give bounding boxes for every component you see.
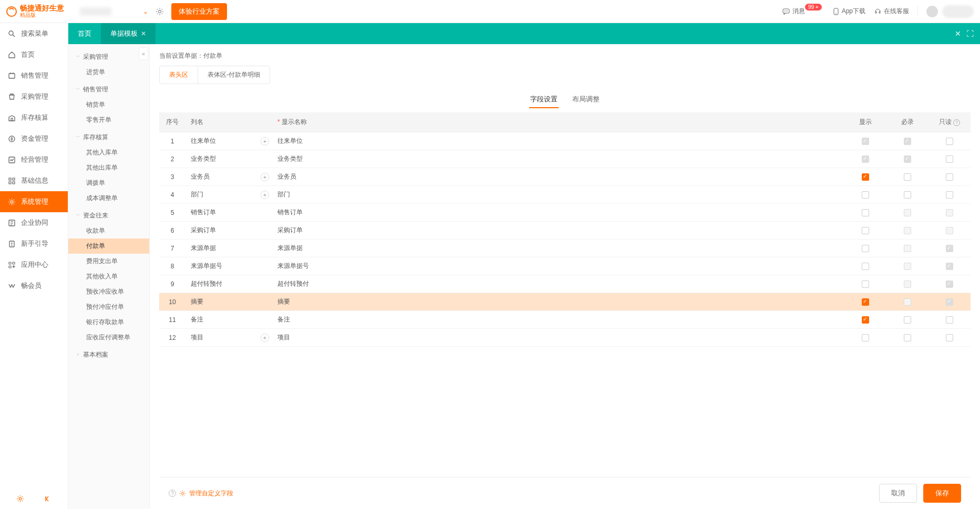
cell-display[interactable]: 摘要 [272,293,844,311]
plus-icon[interactable]: + [261,137,269,146]
plus-icon[interactable]: + [261,191,269,199]
collapse-nav-icon[interactable] [44,495,51,503]
inner-tab[interactable]: 字段设置 [529,91,559,108]
cell-display[interactable]: 备注 [272,311,844,329]
question-icon[interactable]: ? [169,490,176,497]
nav-item-sales[interactable]: 销售管理 [0,65,68,86]
cell-display[interactable]: 业务类型 [272,150,844,168]
checkbox[interactable] [862,227,869,234]
checkbox[interactable] [904,191,911,199]
tree-item[interactable]: 收款单 [68,223,149,238]
close-tab-icon[interactable]: ✕ [955,29,961,38]
cell-display[interactable]: 来源单据号 [272,257,844,275]
tree-item[interactable]: 付款单 [68,238,149,254]
experience-button[interactable]: 体验行业方案 [171,3,227,20]
messages-link[interactable]: 消息 99 + [782,7,824,16]
tree-item[interactable]: 其他入库单 [68,145,149,160]
table-row[interactable]: 8 来源单据号 来源单据号 [159,257,971,275]
nav-item-operation[interactable]: 经营管理 [0,149,68,170]
tree-item[interactable]: 进货单 [68,65,149,80]
tree-item[interactable]: 应收应付调整单 [68,330,149,345]
checkbox[interactable] [946,138,953,145]
table-row[interactable]: 6 采购订单 采购订单 [159,222,971,240]
checkbox[interactable] [862,298,869,306]
nav-item-vip[interactable]: 畅会员 [0,275,68,296]
tree-group-title[interactable]: 采购管理 [68,49,149,65]
cell-display[interactable]: 采购订单 [272,222,844,240]
nav-item-enterprise[interactable]: 企业协同 [0,212,68,233]
tree-item[interactable]: 成本调整单 [68,191,149,206]
checkbox[interactable] [904,334,911,341]
tree-item[interactable]: 预收冲应收单 [68,284,149,299]
tree-item[interactable]: 费用支出单 [68,254,149,269]
cell-display[interactable]: 部门 [272,186,844,204]
plus-icon[interactable]: + [261,173,269,181]
tree-item[interactable]: 其他出库单 [68,160,149,175]
gear-icon[interactable] [156,7,164,16]
checkbox[interactable] [904,173,911,181]
cell-display[interactable]: 业务员 [272,168,844,186]
checkbox[interactable] [946,334,953,341]
nav-item-basic[interactable]: 基础信息 [0,170,68,191]
cell-display[interactable]: 来源单据 [272,240,844,257]
tree-item[interactable]: 其他收入单 [68,269,149,284]
table-row[interactable]: 7 来源单据 来源单据 [159,240,971,257]
table-row[interactable]: 4 部门+ 部门 [159,186,971,204]
nav-item-home[interactable]: 首页 [0,44,68,65]
plus-icon[interactable]: + [261,334,269,342]
tree-group-title[interactable]: 资金往来 [68,208,149,223]
table-row[interactable]: 12 项目+ 项目 [159,329,971,347]
tree-item[interactable]: 调拨单 [68,175,149,191]
tree-group-title[interactable]: 库存核算 [68,130,149,145]
app-download-link[interactable]: App下载 [832,7,865,16]
help-icon[interactable]: ? [953,119,960,126]
tree-item[interactable]: 预付冲应付单 [68,299,149,315]
checkbox[interactable] [862,281,869,288]
checkbox[interactable] [946,173,953,181]
sub-tab[interactable]: 表体区-付款单明细 [198,66,270,84]
tree-item[interactable]: 银行存取款单 [68,315,149,330]
checkbox[interactable] [862,191,869,199]
tree-group-title[interactable]: 基本档案 [68,347,149,362]
table-row[interactable]: 11 备注 备注 [159,311,971,329]
table-row[interactable]: 5 销售订单 销售订单 [159,204,971,222]
cell-display[interactable]: 销售订单 [272,204,844,222]
checkbox[interactable] [862,334,869,341]
settings-icon[interactable] [16,495,24,503]
close-icon[interactable]: ✕ [141,30,146,37]
save-button[interactable]: 保存 [923,484,961,503]
company-selector[interactable]: ⌄ [80,7,148,16]
manage-custom-fields-link[interactable]: 管理自定义字段 [189,489,233,498]
checkbox[interactable] [862,245,869,252]
checkbox[interactable] [946,155,953,163]
table-row[interactable]: 10 摘要 摘要 [159,293,971,311]
cancel-button[interactable]: 取消 [879,484,917,503]
checkbox[interactable] [862,316,869,324]
table-row[interactable]: 1 往来单位+ 往来单位 [159,132,971,150]
table-row[interactable]: 2 业务类型 业务类型 [159,150,971,168]
cell-display[interactable]: 项目 [272,329,844,347]
cell-display[interactable]: 超付转预付 [272,275,844,293]
online-service-link[interactable]: 在线客服 [874,7,909,16]
checkbox[interactable] [862,209,869,216]
tab[interactable]: 首页 [68,23,101,44]
nav-item-inventory[interactable]: 库存核算 [0,107,68,128]
sub-tab[interactable]: 表头区 [160,66,198,84]
cell-display[interactable]: 往来单位 [272,132,844,150]
nav-item-appcenter[interactable]: 应用中心 [0,254,68,275]
nav-item-guide[interactable]: 新手引导 [0,233,68,254]
checkbox[interactable] [862,173,869,181]
tree-item[interactable]: 销货单 [68,97,149,112]
table-row[interactable]: 9 超付转预付 超付转预付 [159,275,971,293]
tree-item[interactable]: 零售开单 [68,112,149,128]
checkbox[interactable] [904,316,911,324]
nav-item-search[interactable]: 搜索菜单 [0,23,68,44]
checkbox[interactable] [862,263,869,270]
table-row[interactable]: 3 业务员+ 业务员 [159,168,971,186]
collapse-tree-icon[interactable]: « [139,47,148,60]
checkbox[interactable] [946,316,953,324]
fullscreen-icon[interactable]: ⛶ [966,29,974,38]
inner-tab[interactable]: 布局调整 [571,91,601,108]
nav-item-fund[interactable]: 资金管理 [0,128,68,149]
nav-item-system[interactable]: 系统管理 [0,191,68,212]
